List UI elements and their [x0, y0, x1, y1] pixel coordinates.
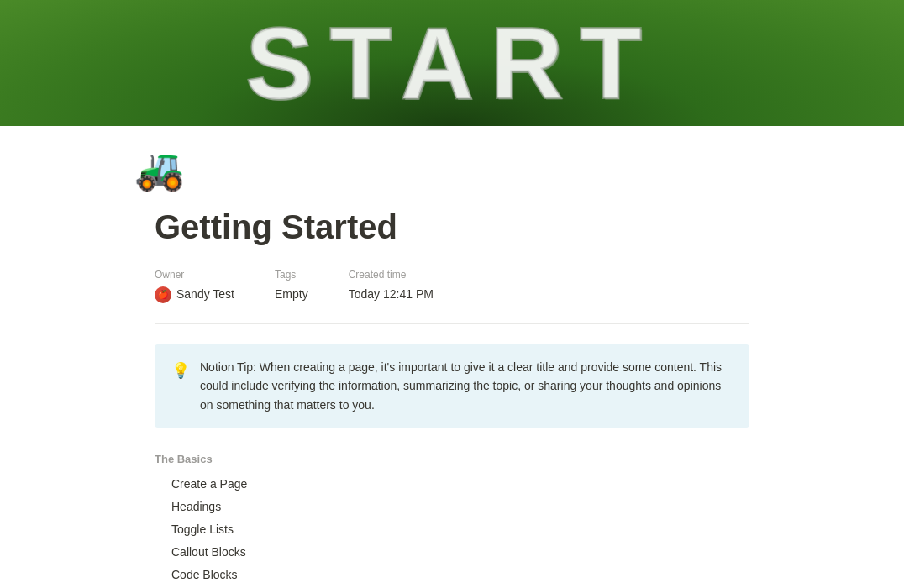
list-item[interactable]: Toggle Lists	[155, 518, 749, 541]
basics-section-heading: The Basics	[155, 451, 749, 468]
owner-name: Sandy Test	[176, 286, 234, 303]
owner-meta: Owner 🍎 Sandy Test	[155, 267, 234, 303]
owner-value: 🍎 Sandy Test	[155, 286, 234, 303]
tags-label: Tags	[275, 267, 308, 282]
list-item[interactable]: Create a Page	[155, 473, 749, 496]
tags-value: Empty	[275, 286, 308, 303]
created-meta: Created time Today 12:41 PM	[349, 267, 434, 303]
callout-block: 💡 Notion Tip: When creating a page, it's…	[155, 344, 749, 428]
list-item[interactable]: Headings	[155, 496, 749, 518]
tags-meta: Tags Empty	[275, 267, 308, 303]
page-metadata: Owner 🍎 Sandy Test Tags Empty Created ti…	[155, 267, 749, 303]
page-icon: 🚜	[134, 139, 904, 200]
hero-banner: START	[0, 0, 904, 126]
list-item[interactable]: Callout Blocks	[155, 541, 749, 564]
list-item[interactable]: Code Blocks	[155, 564, 749, 586]
owner-label: Owner	[155, 267, 234, 282]
hero-text: START	[245, 0, 658, 126]
lightbulb-icon: 💡	[171, 360, 190, 382]
callout-text: Notion Tip: When creating a page, it's i…	[200, 358, 733, 414]
created-value: Today 12:41 PM	[349, 286, 434, 303]
divider	[155, 323, 749, 324]
basics-nav-list: Create a Page Headings Toggle Lists Call…	[155, 473, 749, 588]
page-title: Getting Started	[155, 207, 749, 247]
page-content: Getting Started Owner 🍎 Sandy Test Tags …	[74, 207, 830, 588]
avatar: 🍎	[155, 286, 171, 303]
created-label: Created time	[349, 267, 434, 282]
